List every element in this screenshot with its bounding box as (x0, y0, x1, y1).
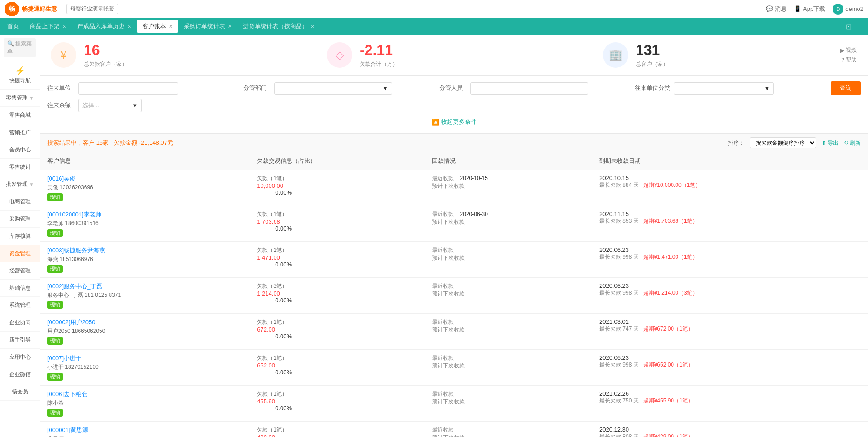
sidebar-item-retail-mgmt[interactable]: 零售管理 ▼ (0, 90, 40, 107)
cell-overdue-info-4: 欠款（1笔） 672.00 0.00% (250, 314, 425, 350)
customer-name-7[interactable]: [000001]黄思源 (47, 426, 242, 434)
tab-more-icon[interactable]: ⊡ (846, 22, 852, 31)
app-center-label: 应用中心 (9, 354, 31, 360)
customer-name-2[interactable]: [0003]畅捷服务尹海燕 (47, 246, 242, 255)
app-download-btn[interactable]: 📱 App下载 (794, 5, 825, 13)
sidebar-item-batch-mgmt[interactable]: 批发管理 ▼ (0, 176, 40, 193)
sidebar-item-quick-nav[interactable]: ⚡ 快捷导航 (0, 61, 40, 90)
sidebar-item-purchase-mgmt[interactable]: 采购管理 (0, 211, 40, 228)
ecommerce-label: 电商管理 (9, 198, 31, 205)
filter-input-unit-category[interactable]: ▼ (674, 82, 774, 95)
customer-tag-2: 现销 (47, 265, 63, 273)
refresh-btn[interactable]: ↻ 刷新 (844, 139, 861, 147)
customer-name-3[interactable]: [0002]服务中心_丁磊 (47, 282, 242, 291)
sidebar-item-member-center[interactable]: 会员中心 (0, 141, 40, 159)
recent-label-0: 最近收款 2020-10-15 (432, 175, 585, 182)
tab-inbound-stats-close[interactable]: ✕ (311, 24, 315, 30)
message-btn[interactable]: 💬 消息 (766, 5, 787, 13)
filter-label-source-unit: 往来单位 (47, 84, 75, 92)
stat-card-total-customers: 🏢 131 总客户（家） ▶ 视频 ? 帮助 (592, 35, 868, 75)
overdue-link-7[interactable]: 超期¥429.00（1笔） (643, 433, 693, 437)
sidebar-item-newbie[interactable]: 新手引导 (0, 332, 40, 349)
overdue-days-2: 最长欠款 998 天 超期¥1,471.00（1笔） (599, 253, 861, 261)
overdue-label-7: 欠款（1笔） (257, 426, 417, 434)
export-btn[interactable]: ⬆ 导出 (822, 139, 838, 147)
dept-arrow: ▼ (382, 85, 388, 92)
filter-input-dept[interactable]: ▼ (274, 82, 392, 95)
marketing-label: 营销推广 (9, 129, 31, 136)
stat-icon-overdue: ¥ (51, 42, 76, 68)
batch-mgmt-arrow: ▼ (30, 182, 34, 187)
table-row: [0016]吴俊 吴俊 13026203696 现销 欠款（1笔） 10,000… (40, 170, 868, 206)
sidebar-item-app-center[interactable]: 应用中心 (0, 349, 40, 366)
search-menu[interactable]: 🔍 搜索菜单 (4, 38, 36, 57)
customer-phone-1: 李老师 18600391516 (47, 220, 242, 227)
filter-area: 往来单位 ... 分管部门 ▼ 分管人员 (40, 76, 868, 134)
overdue-link-1[interactable]: 超期¥1,703.68（1笔） (643, 218, 698, 224)
tab-home[interactable]: 首页 (2, 20, 25, 33)
tab-product-offline[interactable]: 商品上下架 ✕ (25, 20, 72, 33)
sidebar-item-inventory[interactable]: 库存核算 (0, 228, 40, 245)
tab-fullscreen-icon[interactable]: ⛶ (855, 22, 863, 31)
customer-name-4[interactable]: [000002]用户2050 (47, 318, 242, 326)
export-icon: ⬆ (822, 140, 826, 146)
tab-purchase-order-close[interactable]: ✕ (228, 24, 232, 30)
avatar-icon: D (833, 4, 843, 15)
basic-info-label: 基础信息 (9, 285, 31, 291)
due-date-6: 2021.02.26 (599, 390, 861, 397)
filter-input-manager[interactable]: ... (470, 82, 588, 95)
customer-phone-7: 黄思源 13552700226 (47, 435, 242, 437)
logo-text: 畅捷通好生意 (22, 5, 57, 13)
balance-placeholder: 选择... (82, 101, 99, 110)
filter-input-balance[interactable]: 选择... ▼ (78, 99, 142, 112)
query-button[interactable]: 查询 (831, 81, 861, 95)
sidebar-item-marketing[interactable]: 营销推广 (0, 124, 40, 141)
sort-label: 排序： (728, 139, 744, 147)
filter-input-source-unit[interactable]: ... (78, 82, 178, 95)
collapse-label: 收起更多条件 (441, 118, 477, 126)
overdue-days-7: 最长欠款 808 天 超期¥429.00（1笔） (599, 433, 861, 437)
next-collect-4: 预计下次收款 (432, 326, 585, 334)
tab-product-history-close[interactable]: ✕ (127, 24, 131, 30)
customer-tag-5: 现销 (47, 373, 63, 381)
tab-customer-account[interactable]: 客户账本 ✕ (137, 20, 178, 33)
tab-customer-account-close[interactable]: ✕ (169, 24, 173, 30)
sidebar-item-ecommerce[interactable]: 电商管理 (0, 193, 40, 211)
overdue-link-5[interactable]: 超期¥652.00（1笔） (643, 362, 693, 368)
sidebar-item-basic-info[interactable]: 基础信息 (0, 280, 40, 297)
tab-inbound-stats[interactable]: 进货单统计表（按商品） ✕ (237, 20, 320, 33)
sidebar-item-system-mgmt[interactable]: 系统管理 (0, 297, 40, 314)
due-date-4: 2021.03.01 (599, 318, 861, 325)
customer-name-1[interactable]: [0001020001]李老师 (47, 211, 242, 219)
sidebar-item-retail-mall[interactable]: 零售商城 (0, 107, 40, 124)
video-btn[interactable]: ▶ 视频 (840, 46, 857, 54)
customer-name-0[interactable]: [0016]吴俊 (47, 175, 242, 183)
sidebar-item-finance[interactable]: 资金管理 (0, 245, 40, 262)
col-customer-info: 客户信息 (40, 152, 250, 170)
tab-purchase-order[interactable]: 采购订单统计表 ✕ (178, 20, 237, 33)
customer-name-6[interactable]: [0006]去下粮仓 (47, 390, 242, 398)
balance-arrow: ▼ (132, 102, 138, 109)
cell-overdue-info-2: 欠款（1笔） 1,471.00 0.00% (250, 242, 425, 278)
app-name[interactable]: 母婴行业演示账套 (66, 4, 118, 14)
sidebar-item-enterprise-wx[interactable]: 企业微信 (0, 366, 40, 383)
customer-name-5[interactable]: [0007]小进干 (47, 354, 242, 362)
sort-select[interactable]: 按欠款金额倒序排序 (750, 137, 816, 148)
help-btn[interactable]: ? 帮助 (841, 56, 857, 64)
tab-product-history[interactable]: 产成品入库单历史 ✕ (72, 20, 137, 33)
sidebar-item-operations[interactable]: 经营管理 (0, 262, 40, 280)
filter-collapse-btn[interactable]: 🔼 收起更多条件 (47, 116, 861, 128)
tab-product-offline-close[interactable]: ✕ (62, 24, 66, 30)
overdue-link-6[interactable]: 超期¥455.90（1笔） (643, 397, 693, 404)
table-header-row: 客户信息 欠款交易信息（占比） 回款情况 到期未收款日期 (40, 152, 868, 170)
overdue-link-3[interactable]: 超期¥1,214.00（3笔） (643, 290, 698, 296)
sidebar-item-retail-stats[interactable]: 零售统计 (0, 159, 40, 176)
user-avatar[interactable]: D demo2 (833, 4, 863, 15)
sidebar-item-member-plus[interactable]: 畅会员 (0, 383, 40, 401)
overdue-days-6: 最长欠款 750 天 超期¥455.90（1笔） (599, 397, 861, 405)
overdue-link-0[interactable]: 超期¥10,000.00（1笔） (643, 182, 701, 188)
overdue-link-2[interactable]: 超期¥1,471.00（1笔） (643, 254, 698, 260)
sidebar-item-enterprise[interactable]: 企业协同 (0, 314, 40, 332)
next-collect-6: 预计下次收款 (432, 398, 585, 406)
overdue-link-4[interactable]: 超期¥672.00（1笔） (643, 326, 693, 332)
